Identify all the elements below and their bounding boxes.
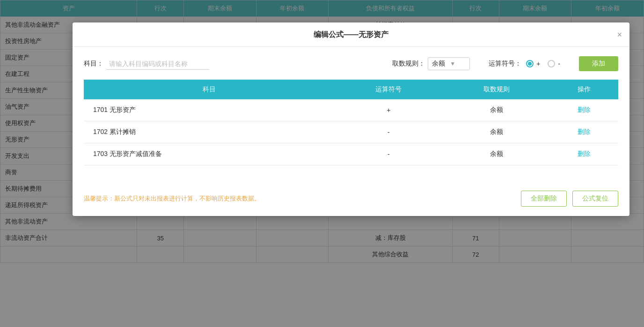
radio-minus-item[interactable]: - — [548, 60, 560, 67]
delete-row-link[interactable]: 删除 — [578, 106, 591, 113]
formula-table-row: 1703 无形资产减值准备-余额删除 — [84, 143, 618, 165]
formula-rule-cell: 余额 — [442, 99, 550, 121]
formula-action-cell: 删除 — [550, 121, 618, 143]
radio-plus-circle — [526, 60, 534, 67]
subject-label: 科目： — [84, 59, 103, 68]
form-row: 科目： 取数规则： 余额 ▼ 运算符号： + - 添加 — [84, 56, 618, 71]
add-button[interactable]: 添加 — [579, 56, 618, 71]
radio-group: + - — [526, 60, 560, 67]
formula-rule-cell: 余额 — [442, 143, 550, 165]
delete-row-link[interactable]: 删除 — [578, 128, 591, 135]
delete-all-button[interactable]: 全部删除 — [521, 191, 567, 207]
modal-footer: 温馨提示：新公式只对未出报表进行计算，不影响历史报表数据。 全部删除 公式复位 — [73, 184, 629, 216]
modal-header: 编辑公式——无形资产 × — [73, 22, 629, 47]
formula-table: 科目 运算符号 取数规则 操作 1701 无形资产+余额删除1702 累计摊销-… — [84, 80, 618, 165]
formula-table-row: 1701 无形资产+余额删除 — [84, 99, 618, 121]
table-header-row: 科目 运算符号 取数规则 操作 — [84, 80, 618, 99]
yunsuanfuhao-label: 运算符号： — [489, 59, 521, 68]
modal-title: 编辑公式——无形资产 — [314, 30, 388, 40]
delete-row-link[interactable]: 删除 — [578, 150, 591, 157]
hint-text: 温馨提示：新公式只对未出报表进行计算，不影响历史报表数据。 — [84, 194, 260, 203]
radio-plus-label: + — [536, 60, 540, 67]
th-rule: 取数规则 — [442, 80, 550, 99]
formula-operator-cell: - — [335, 121, 442, 143]
takeshu-select[interactable]: 余额 ▼ — [428, 57, 470, 70]
takeshu-label: 取数规则： — [392, 59, 425, 68]
formula-operator-cell: + — [335, 99, 442, 121]
modal-dialog: 编辑公式——无形资产 × 科目： 取数规则： 余额 ▼ 运算符号： + - — [73, 22, 629, 216]
modal-body: 科目： 取数规则： 余额 ▼ 运算符号： + - 添加 — [73, 47, 629, 184]
formula-action-cell: 删除 — [550, 143, 618, 165]
th-subject: 科目 — [84, 80, 335, 99]
dropdown-arrow-icon: ▼ — [450, 60, 455, 67]
formula-operator-cell: - — [335, 143, 442, 165]
th-operator: 运算符号 — [335, 80, 442, 99]
radio-plus-item[interactable]: + — [526, 60, 540, 67]
formula-subject-cell: 1703 无形资产减值准备 — [84, 143, 335, 165]
th-action: 操作 — [550, 80, 618, 99]
modal-close-button[interactable]: × — [617, 30, 622, 39]
formula-subject-cell: 1702 累计摊销 — [84, 121, 335, 143]
formula-subject-cell: 1701 无形资产 — [84, 99, 335, 121]
radio-minus-label: - — [558, 60, 560, 67]
formula-table-row: 1702 累计摊销-余额删除 — [84, 121, 618, 143]
formula-action-cell: 删除 — [550, 99, 618, 121]
subject-input[interactable] — [106, 58, 209, 70]
takeshu-value: 余额 — [432, 59, 445, 68]
footer-buttons: 全部删除 公式复位 — [521, 191, 618, 207]
formula-rule-cell: 余额 — [442, 121, 550, 143]
radio-minus-circle — [548, 60, 555, 67]
reset-formula-button[interactable]: 公式复位 — [572, 191, 618, 207]
